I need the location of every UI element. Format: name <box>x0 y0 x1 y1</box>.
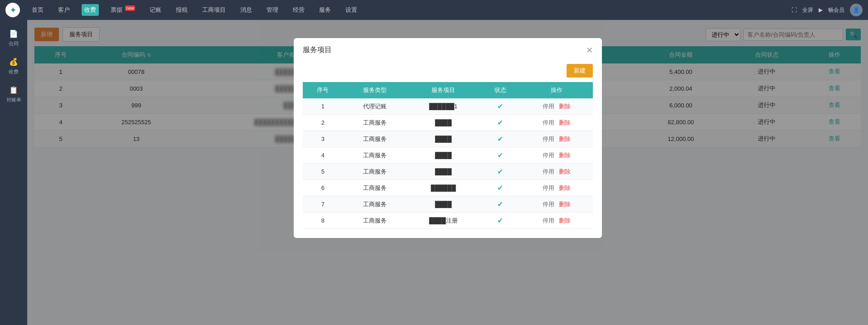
modal-close-button[interactable]: ✕ <box>586 46 593 54</box>
modal-cell-action[interactable]: 停用 删除 <box>520 131 592 147</box>
modal-cell-status: ✔ <box>480 213 521 229</box>
modal-col-seq: 序号 <box>303 82 344 98</box>
modal-cell-item: ██████ <box>407 180 480 196</box>
modal-cell-status: ✔ <box>480 147 521 164</box>
sidebar-item-fee[interactable]: 💰 收费 <box>1 53 26 79</box>
delete-button[interactable]: 删除 <box>559 217 571 224</box>
modal-cell-type: 工商服务 <box>343 196 407 213</box>
modal-cell-type: 工商服务 <box>343 180 407 196</box>
stop-button[interactable]: 停用 <box>543 152 554 159</box>
nav-manage[interactable]: 管理 <box>264 4 281 16</box>
modal-cell-item: ████ <box>407 147 480 164</box>
modal-cell-type: 工商服务 <box>343 164 407 180</box>
modal-cell-type: 工商服务 <box>343 131 407 147</box>
modal-cell-action[interactable]: 停用 删除 <box>520 115 592 131</box>
nav-settings[interactable]: 设置 <box>343 4 360 16</box>
logo: ✦ <box>5 3 20 17</box>
nav-service[interactable]: 服务 <box>316 4 334 16</box>
modal-header: 服务项目 ✕ <box>294 38 602 59</box>
stop-button[interactable]: 停用 <box>543 201 554 208</box>
modal-cell-seq: 5 <box>303 164 344 180</box>
delete-button[interactable]: 删除 <box>559 184 571 191</box>
nav-message[interactable]: 消息 <box>238 4 255 16</box>
modal-cell-action[interactable]: 停用 删除 <box>520 180 592 196</box>
delete-button[interactable]: 删除 <box>559 201 571 208</box>
modal-table-row: 7 工商服务 ████ ✔ 停用 删除 <box>303 196 593 213</box>
modal-overlay: 服务项目 ✕ 新建 序号 服务类型 服务项目 状态 操作 1 <box>27 20 868 325</box>
modal-table-row: 2 工商服务 ████ ✔ 停用 删除 <box>303 115 593 131</box>
delete-button[interactable]: 删除 <box>559 136 571 142</box>
modal-toolbar: 新建 <box>303 64 593 78</box>
modal-cell-type: 工商服务 <box>343 115 407 131</box>
new-badge: new <box>125 5 136 11</box>
modal-table-row: 1 代理记账 ██████1 ✔ 停用 删除 <box>303 98 593 115</box>
modal-table-row: 8 工商服务 ████注册 ✔ 停用 删除 <box>303 213 593 229</box>
modal-cell-item: ██████1 <box>407 98 480 115</box>
modal-table: 序号 服务类型 服务项目 状态 操作 1 代理记账 ██████1 ✔ 停用 删… <box>303 82 593 229</box>
fullscreen-label[interactable]: 全屏 <box>802 6 813 14</box>
modal-cell-action[interactable]: 停用 删除 <box>520 147 592 164</box>
status-icon: ✔ <box>497 168 503 175</box>
modal-title: 服务项目 <box>303 45 332 55</box>
nav-fee[interactable]: 收费 <box>82 4 99 16</box>
modal-col-item: 服务项目 <box>407 82 480 98</box>
delete-button[interactable]: 删除 <box>559 152 571 159</box>
nav-client[interactable]: 客户 <box>55 4 73 16</box>
nav-home[interactable]: 首页 <box>29 4 46 16</box>
video-icon: ▶ <box>819 7 823 13</box>
modal-table-row: 3 工商服务 ████ ✔ 停用 删除 <box>303 131 593 147</box>
member-label[interactable]: 畅会员 <box>828 6 844 14</box>
stop-button[interactable]: 停用 <box>543 103 554 110</box>
modal-cell-seq: 8 <box>303 213 344 229</box>
modal-cell-action[interactable]: 停用 删除 <box>520 164 592 180</box>
reconcile-icon: 📋 <box>8 84 19 95</box>
sidebar-item-contract[interactable]: 📄 合同 <box>1 24 26 51</box>
top-nav: ✦ 首页 客户 收费 票据 new 记账 报税 工商项目 消息 管理 经营 服务… <box>0 0 868 20</box>
modal-col-status: 状态 <box>480 82 521 98</box>
status-icon: ✔ <box>497 135 503 143</box>
nav-bookkeeping[interactable]: 记账 <box>147 4 164 16</box>
status-icon: ✔ <box>497 151 503 159</box>
sidebar: 📄 合同 💰 收费 📋 对账单 <box>0 20 27 325</box>
nav-business[interactable]: 工商项目 <box>199 4 228 16</box>
modal-cell-status: ✔ <box>480 180 521 196</box>
nav-operation[interactable]: 经营 <box>290 4 307 16</box>
modal-cell-seq: 2 <box>303 115 344 131</box>
delete-button[interactable]: 删除 <box>559 103 571 110</box>
modal-cell-action[interactable]: 停用 删除 <box>520 98 592 115</box>
modal-col-action: 操作 <box>520 82 592 98</box>
avatar[interactable]: 👤 <box>850 4 863 16</box>
modal-table-row: 6 工商服务 ██████ ✔ 停用 删除 <box>303 180 593 196</box>
modal-cell-action[interactable]: 停用 删除 <box>520 213 592 229</box>
modal-cell-type: 工商服务 <box>343 213 407 229</box>
status-icon: ✔ <box>497 184 503 192</box>
delete-button[interactable]: 删除 <box>559 119 571 126</box>
status-icon: ✔ <box>497 119 503 126</box>
modal-cell-seq: 1 <box>303 98 344 115</box>
modal-cell-item: ████ <box>407 131 480 147</box>
modal-new-button[interactable]: 新建 <box>567 64 593 78</box>
stop-button[interactable]: 停用 <box>543 217 554 224</box>
modal-cell-status: ✔ <box>480 115 521 131</box>
modal-cell-item: ████ <box>407 164 480 180</box>
stop-button[interactable]: 停用 <box>543 184 554 191</box>
modal-cell-status: ✔ <box>480 98 521 115</box>
modal-cell-seq: 7 <box>303 196 344 213</box>
modal: 服务项目 ✕ 新建 序号 服务类型 服务项目 状态 操作 1 <box>294 38 602 238</box>
nav-tax[interactable]: 报税 <box>173 4 190 16</box>
delete-button[interactable]: 删除 <box>559 168 571 175</box>
modal-cell-status: ✔ <box>480 131 521 147</box>
fee-icon: 💰 <box>8 56 19 67</box>
stop-button[interactable]: 停用 <box>543 136 554 142</box>
status-icon: ✔ <box>497 200 503 208</box>
modal-cell-item: ████ <box>407 115 480 131</box>
modal-cell-seq: 3 <box>303 131 344 147</box>
modal-table-row: 5 工商服务 ████ ✔ 停用 删除 <box>303 164 593 180</box>
fullscreen-icon[interactable]: ⛶ <box>791 7 797 13</box>
stop-button[interactable]: 停用 <box>543 119 554 126</box>
nav-invoice[interactable]: 票据 new <box>108 4 138 16</box>
sidebar-item-reconcile[interactable]: 📋 对账单 <box>1 81 26 107</box>
modal-cell-seq: 6 <box>303 180 344 196</box>
stop-button[interactable]: 停用 <box>543 168 554 175</box>
modal-cell-action[interactable]: 停用 删除 <box>520 196 592 213</box>
